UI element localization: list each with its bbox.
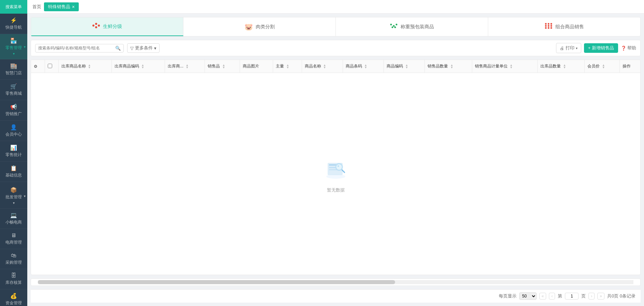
- sort-icon-product-code: ▲▼: [405, 64, 408, 69]
- th-out-name[interactable]: 出库商品名称 ▲▼: [58, 60, 111, 73]
- empty-state: 暂无数据: [31, 73, 640, 275]
- th-out-qty[interactable]: 出库品数量 ▲▼: [538, 60, 585, 73]
- basic-info-icon: 📋: [10, 165, 17, 171]
- th-settings[interactable]: ⚙: [31, 60, 45, 73]
- search-box[interactable]: 🔍: [35, 44, 124, 52]
- combo-sales-icon: [544, 22, 553, 31]
- th-main[interactable]: 主量 ▲▼: [273, 60, 302, 73]
- first-page-btn[interactable]: «: [539, 293, 546, 300]
- retail-mgmt-icon: 🏪: [10, 37, 17, 44]
- sidebar-item-finance[interactable]: 💰 资金管理: [0, 289, 27, 306]
- toolbar-right: 🖨 打印 ▾ + 新增销售品 ❓ 帮助: [556, 43, 636, 53]
- filter-chevron-icon: ▾: [154, 46, 156, 51]
- empty-icon: [322, 155, 349, 182]
- category-tabs: 生鲜分级 🐷 肉类分割 称重预包装商品: [31, 17, 641, 36]
- new-button[interactable]: + 新增销售品: [584, 43, 618, 53]
- th-sales-unit[interactable]: 销售商品计量单位 ▲▼: [472, 60, 537, 73]
- sort-icon-sales-item: ▲▼: [222, 64, 225, 69]
- page-content: 生鲜分级 🐷 肉类分割 称重预包装商品: [27, 14, 644, 306]
- print-button[interactable]: 🖨 打印 ▾: [556, 43, 581, 53]
- sidebar-item-member-center[interactable]: 👤 会员中心: [0, 121, 27, 141]
- pagination: 每页显示 50 10 20 100 « ‹ 第 页 › » 共0页 0条记录: [31, 289, 641, 303]
- sort-icon-sales-unit: ▲▼: [510, 64, 513, 69]
- sort-icon-product-name: ▲▼: [323, 64, 326, 69]
- per-page-select[interactable]: 50 10 20 100: [519, 292, 537, 300]
- last-page-btn[interactable]: »: [597, 293, 604, 300]
- sidebar-item-inventory[interactable]: 🗄 库存核算: [0, 269, 27, 289]
- sidebar-item-label: 小畅电商: [5, 219, 22, 225]
- topbar: 首页 特殊销售品 ×: [27, 0, 644, 14]
- print-chevron-icon: ▾: [576, 46, 578, 50]
- th-out-code[interactable]: 出库商品编码 ▲▼: [111, 60, 165, 73]
- sidebar-item-retail-mgmt[interactable]: 🏪 零售管理 ▾: [0, 34, 27, 59]
- active-tab[interactable]: 特殊销售品 ×: [44, 2, 79, 11]
- sidebar-item-wholesale-mgmt[interactable]: 📦 批发管理 ▾: [0, 183, 27, 209]
- scrollbar-thumb[interactable]: [38, 280, 395, 284]
- th-sales-qty[interactable]: 销售品数量 ▲▼: [425, 60, 472, 73]
- cat-tab-combo-sales[interactable]: 组合商品销售: [488, 17, 640, 36]
- th-out-spec[interactable]: 出库商... ▲▼: [165, 60, 205, 73]
- next-page-btn[interactable]: ›: [588, 293, 595, 300]
- sidebar-item-retail-stats[interactable]: 📊 零售统计: [0, 141, 27, 162]
- th-product-name[interactable]: 商品名称 ▲▼: [302, 60, 343, 73]
- chevron-down-icon-2: ▾: [13, 201, 15, 205]
- sort-icon-out-code: ▲▼: [141, 64, 144, 69]
- sidebar-item-sales-promo[interactable]: 📢 营销推广: [0, 100, 27, 121]
- th-action: 操作: [619, 60, 640, 73]
- cat-tab-fresh-grade[interactable]: 生鲜分级: [31, 17, 183, 36]
- table-header-row: ⚙ 出库商品名称 ▲▼ 出库商品编码 ▲▼: [31, 60, 640, 73]
- sidebar-item-quick-nav[interactable]: ⚡ 快捷导航: [0, 14, 27, 34]
- sort-icon-out-name: ▲▼: [88, 64, 91, 69]
- filter-button[interactable]: ▽ 更多条件 ▾: [127, 43, 160, 53]
- meat-split-icon: 🐷: [244, 23, 253, 31]
- sidebar-item-basic-info[interactable]: 📋 基础信息: [0, 162, 27, 182]
- prev-page-btn[interactable]: ‹: [549, 293, 555, 300]
- sidebar-item-purchase-mgmt[interactable]: 🛍 采购管理: [0, 249, 27, 269]
- sidebar-item-label: 零售管理: [5, 45, 22, 51]
- th-checkbox[interactable]: [45, 60, 58, 73]
- retail-mall-icon: 🛒: [10, 83, 17, 90]
- sidebar-logo[interactable]: 搜索菜单: [0, 0, 27, 14]
- close-tab-icon[interactable]: ×: [72, 4, 75, 9]
- sidebar-item-label: 零售统计: [5, 152, 22, 158]
- cat-tab-meat-split[interactable]: 🐷 肉类分割: [183, 17, 336, 36]
- page-input[interactable]: [565, 293, 579, 300]
- settings-col-icon: ⚙: [34, 64, 38, 69]
- sort-icon-main: ▲▼: [286, 64, 289, 69]
- cat-tab-label: 称重预包装商品: [401, 24, 434, 30]
- sidebar-item-label: 智慧门店: [5, 70, 22, 76]
- help-button[interactable]: ❓ 帮助: [621, 45, 636, 51]
- sidebar-item-ecom-mgmt[interactable]: 🖥 电商管理: [0, 229, 27, 249]
- sidebar-item-smart-store[interactable]: 🏬 智慧门店: [0, 59, 27, 80]
- sidebar-item-label: 会员中心: [5, 132, 22, 137]
- svg-point-3: [95, 26, 97, 28]
- search-input[interactable]: [38, 46, 114, 50]
- fresh-grade-icon: [92, 22, 100, 31]
- home-link[interactable]: 首页: [32, 4, 41, 10]
- sort-icon-member-price: ▲▼: [602, 64, 605, 69]
- th-member-price[interactable]: 会员价 ▲▼: [585, 60, 619, 73]
- search-icon: 🔍: [115, 46, 121, 51]
- sort-icon-sales-qty: ▲▼: [450, 64, 453, 69]
- inventory-icon: 🗄: [11, 273, 16, 279]
- th-sales-item[interactable]: 销售品 ▲▼: [205, 60, 240, 73]
- horizontal-scrollbar[interactable]: [38, 280, 633, 284]
- cat-tab-label: 肉类分割: [256, 24, 275, 30]
- sidebar-item-mini-ecom[interactable]: 💻 小畅电商: [0, 209, 27, 229]
- svg-point-9: [545, 23, 547, 25]
- toolbar: 🔍 ▽ 更多条件 ▾ 🖨 打印 ▾ + 新增销售品 ❓: [31, 40, 641, 56]
- help-icon: ❓: [621, 46, 626, 51]
- svg-point-16: [548, 27, 550, 29]
- select-all-checkbox[interactable]: [48, 64, 52, 68]
- cat-tab-weigh-prepack[interactable]: 称重预包装商品: [336, 17, 488, 36]
- sidebar-item-retail-mall[interactable]: 🛒 零售商城: [0, 80, 27, 100]
- scrollbar-container: [31, 278, 641, 286]
- th-product-img: 商品图片: [240, 60, 273, 73]
- svg-point-17: [551, 27, 552, 29]
- th-product-code[interactable]: 商品编码 ▲▼: [384, 60, 425, 73]
- print-icon: 🖨: [560, 46, 564, 51]
- table-container: ⚙ 出库商品名称 ▲▼ 出库商品编码 ▲▼: [31, 60, 641, 275]
- svg-point-4: [390, 24, 392, 26]
- th-barcode[interactable]: 商品条码 ▲▼: [343, 60, 384, 73]
- sidebar-item-label: 零售商城: [5, 91, 22, 96]
